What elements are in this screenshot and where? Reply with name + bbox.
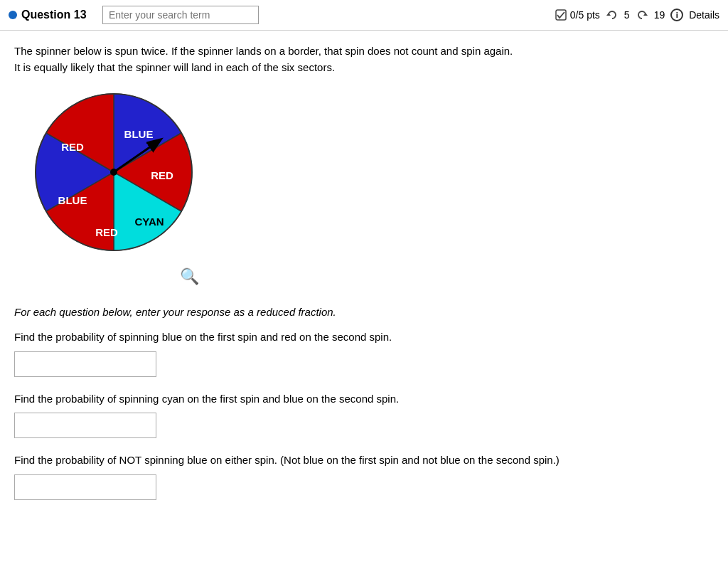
problem-line2: It is equally likely that the spinner wi… [14, 60, 714, 76]
question-2-text: Find the probability of spinning cyan on… [14, 391, 714, 408]
answer-input-1[interactable] [14, 351, 156, 377]
spinner-container: BLUE RED CYAN RED BLUE RED 🔍 [28, 87, 213, 293]
question-title: Question 13 [21, 9, 87, 21]
label-blue-top: BLUE [124, 128, 154, 140]
question-2-block: Find the probability of spinning cyan on… [14, 391, 714, 439]
redo-icon[interactable] [636, 9, 648, 21]
search-input[interactable] [102, 6, 259, 24]
answer-input-2[interactable] [14, 413, 156, 438]
info-icon[interactable]: i [670, 9, 683, 21]
question-1-text: Find the probability of spinning blue on… [14, 329, 714, 346]
details-label: Details [689, 9, 719, 21]
problem-description: The spinner below is spun twice. If the … [14, 43, 714, 75]
pts-label: 0/5 pts [570, 9, 600, 21]
main-content: The spinner below is spun twice. If the … [0, 31, 728, 527]
status-dot [9, 11, 17, 19]
pts-badge: 0/5 pts [555, 9, 600, 21]
label-red-left: RED [61, 141, 84, 153]
label-red-bottom: RED [95, 226, 118, 238]
question-3-block: Find the probability of NOT spinning blu… [14, 452, 714, 500]
instructions: For each question below, enter your resp… [14, 306, 714, 318]
question-3-text: Find the probability of NOT spinning blu… [14, 452, 714, 469]
checkbox-icon [555, 9, 567, 21]
problem-line1: The spinner below is spun twice. If the … [14, 43, 714, 60]
spinner-svg: BLUE RED CYAN RED BLUE RED [28, 87, 199, 258]
question-number: Question 13 [9, 9, 94, 21]
label-red-right: RED [151, 169, 173, 181]
svg-marker-1 [606, 13, 611, 16]
svg-marker-2 [643, 13, 648, 16]
undo-count: 5 [624, 9, 630, 21]
header: Question 13 0/5 pts 5 19 i Details [0, 0, 728, 31]
undo-icon[interactable] [606, 9, 619, 21]
header-meta: 0/5 pts 5 19 i Details [555, 9, 719, 21]
question-1-block: Find the probability of spinning blue on… [14, 329, 714, 377]
answer-input-3[interactable] [14, 474, 156, 500]
spinner-center [110, 169, 117, 176]
redo-count: 19 [654, 9, 665, 21]
label-cyan: CYAN [134, 216, 164, 228]
magnifier-icon: 🔍 [180, 267, 199, 286]
label-blue-left: BLUE [58, 194, 87, 206]
